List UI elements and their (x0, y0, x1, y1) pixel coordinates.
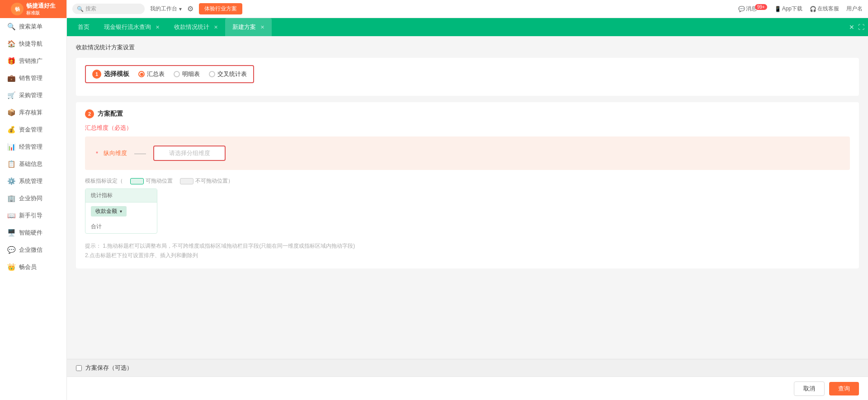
indicator-section: 模板指标设定（ 可拖动位置 不可拖动位置） 统计指标 (85, 177, 850, 235)
sidebar-item-system[interactable]: ⚙️系统管理 (0, 173, 66, 190)
finance-icon: 💰 (7, 126, 15, 134)
sidebar-subtitle: 标准版 (26, 10, 56, 16)
online-service-btn[interactable]: 🎧 在线客服 (810, 5, 839, 13)
tab-bank-flow-close[interactable]: ✕ (156, 24, 160, 30)
sidebar-header: 畅 畅捷通好生 标准版 (0, 0, 66, 18)
corp-coop-icon: 🏢 (7, 194, 15, 202)
corp-wechat-icon: 💬 (7, 246, 15, 254)
sidebar-item-guide[interactable]: 📖新手引导 (0, 207, 66, 224)
action-bar: 取消 查询 (67, 376, 868, 400)
stats-tag-item[interactable]: 收款金额 ▾ (91, 206, 127, 216)
industry-btn[interactable]: 体验行业方案 (199, 3, 242, 14)
sidebar-item-search-menu[interactable]: 🔍搜索菜单 (0, 18, 66, 35)
search-menu-icon: 🔍 (7, 23, 15, 31)
step2-label: 方案配置 (98, 110, 123, 118)
page-content-wrapper: 收款情况统计方案设置 1 选择模板 汇总表 (67, 36, 868, 400)
tag-dropdown-icon: ▾ (120, 209, 122, 214)
stats-tag-row: 收款金额 ▾ (85, 202, 157, 220)
sidebar-item-inventory[interactable]: 📦库存核算 (0, 104, 66, 121)
sidebar-label-corp-coop: 企业协同 (19, 194, 42, 202)
radio-summary[interactable]: 汇总表 (138, 70, 165, 78)
sidebar-item-purchase[interactable]: 🛒采购管理 (0, 87, 66, 104)
inventory-icon: 📦 (7, 108, 15, 117)
indicator-label-text: 模板指标设定（ (85, 177, 123, 185)
sidebar-label-operation: 经营管理 (19, 143, 42, 151)
sidebar-label-corp-wechat: 企业微信 (19, 246, 42, 254)
sidebar-label-purchase: 采购管理 (19, 91, 42, 99)
sidebar-item-finance[interactable]: 💰资金管理 (0, 121, 66, 138)
radio-detail[interactable]: 明细表 (174, 70, 200, 78)
required-asterisk: * (96, 150, 98, 157)
tab-collection-stat[interactable]: 收款情况统计 ✕ (167, 18, 225, 36)
gear-icon[interactable]: ⚙ (187, 5, 193, 13)
draggable-hint-box (130, 178, 144, 184)
sidebar-label-finance: 资金管理 (19, 126, 42, 134)
template-select-area: 1 选择模板 汇总表 明细表 (85, 65, 254, 83)
sidebar-item-quick-nav[interactable]: 🏠快捷导航 (0, 35, 66, 52)
tab-new-plan[interactable]: 新建方案 ✕ (225, 18, 272, 36)
query-button[interactable]: 查询 (829, 382, 859, 395)
save-plan-label: 方案保存（可选） (85, 364, 132, 372)
sidebar-item-corp-wechat[interactable]: 💬企业微信 (0, 241, 66, 259)
message-icon: 💬 (738, 6, 745, 12)
app-download-btn[interactable]: 📱 App下载 (774, 5, 802, 13)
sidebar-label-marketing: 营销推广 (19, 57, 42, 65)
sidebar-item-operation[interactable]: 📊经营管理 (0, 138, 66, 155)
purchase-icon: 🛒 (7, 91, 15, 99)
radio-summary-circle (138, 71, 145, 77)
save-plan-checkbox[interactable] (76, 365, 82, 371)
template-radio-group: 汇总表 明细表 交叉统计表 (138, 70, 247, 78)
service-icon: 🎧 (810, 6, 816, 12)
sidebar-item-base-info[interactable]: 📋基础信息 (0, 155, 66, 173)
member-icon: 👑 (7, 263, 15, 271)
tab-bank-flow[interactable]: 现金银行流水查询 ✕ (97, 18, 167, 36)
dim-arrow: —— (134, 150, 146, 157)
tab-collection-close[interactable]: ✕ (214, 24, 218, 30)
tips-area: 提示： 1.拖动标题栏可以调整布局，不可跨维度或指标区域拖动栏目字段(只能在同一… (85, 242, 850, 259)
expand-tab-btn[interactable]: ⛶ (858, 24, 864, 31)
close-tab-btn[interactable]: ✕ (849, 24, 854, 31)
smart-hw-icon: 🖥️ (7, 229, 15, 237)
tabs-bar: 首页 现金银行流水查询 ✕ 收款情况统计 ✕ 新建方案 ✕ ✕ ⛶ (67, 18, 868, 36)
topbar-search-box[interactable]: 🔍 搜索 (72, 4, 145, 14)
sidebar-item-sales[interactable]: 💼销售管理 (0, 70, 66, 87)
hint-non-draggable: 不可拖动位置） (180, 177, 233, 185)
cancel-button[interactable]: 取消 (794, 381, 825, 396)
topbar-actions: 💬 消息 99+ 📱 App下载 🎧 在线客服 用户名 (738, 5, 863, 13)
workspace-dropdown[interactable]: 我的工作台 ▾ (150, 5, 182, 13)
sidebar-label-quick-nav: 快捷导航 (19, 40, 42, 48)
sales-icon: 💼 (7, 74, 15, 82)
sidebar-item-member[interactable]: 👑畅会员 (0, 259, 66, 276)
tip-1: 提示： 1.拖动标题栏可以调整布局，不可跨维度或指标区域拖动栏目字段(只能在同一… (85, 242, 850, 250)
stats-header: 统计指标 (85, 189, 157, 202)
radio-cross[interactable]: 交叉统计表 (209, 70, 247, 78)
sidebar-label-search-menu: 搜索菜单 (19, 23, 42, 31)
sidebar-item-corp-coop[interactable]: 🏢企业协同 (0, 190, 66, 207)
step2-num: 2 (85, 109, 94, 118)
dim-area: * 纵向维度 —— 请选择分组维度 (85, 136, 850, 170)
tab-new-plan-close[interactable]: ✕ (260, 24, 264, 30)
chevron-down-icon: ▾ (179, 6, 182, 12)
user-name[interactable]: 用户名 (846, 5, 863, 13)
page-content: 收款情况统计方案设置 1 选择模板 汇总表 (67, 36, 868, 359)
sidebar-logo: 畅 (11, 3, 24, 15)
marketing-icon: 🎁 (7, 57, 15, 65)
dim-section: 汇总维度（必选） * 纵向维度 —— 请选择分组维度 (85, 124, 850, 170)
dim-select-box[interactable]: 请选择分组维度 (153, 146, 226, 161)
stats-table: 统计指标 收款金额 ▾ 合计 (85, 188, 157, 234)
sidebar: 畅 畅捷通好生 标准版 🔍搜索菜单🏠快捷导航🎁营销推广💼销售管理🛒采购管理📦库存… (0, 0, 67, 400)
stats-total-row: 合计 (85, 220, 157, 233)
sidebar-item-smart-hw[interactable]: 🖥️智能硬件 (0, 224, 66, 241)
sidebar-title: 畅捷通好生 (26, 2, 56, 10)
radio-cross-circle (209, 71, 215, 77)
workspace-label: 我的工作台 (150, 5, 177, 13)
sidebar-label-smart-hw: 智能硬件 (19, 229, 42, 237)
page-title: 收款情况统计方案设置 (76, 43, 859, 52)
main-area: 🔍 搜索 我的工作台 ▾ ⚙ 体验行业方案 💬 消息 99+ 📱 App下载 🎧… (67, 0, 868, 400)
message-btn[interactable]: 💬 消息 99+ (738, 5, 767, 13)
sidebar-label-base-info: 基础信息 (19, 160, 42, 168)
dim-title: 汇总维度（必选） (85, 124, 850, 132)
sidebar-item-marketing[interactable]: 🎁营销推广 (0, 52, 66, 70)
tab-home[interactable]: 首页 (71, 18, 97, 36)
step1-num-label: 1 选择模板 (92, 70, 129, 79)
